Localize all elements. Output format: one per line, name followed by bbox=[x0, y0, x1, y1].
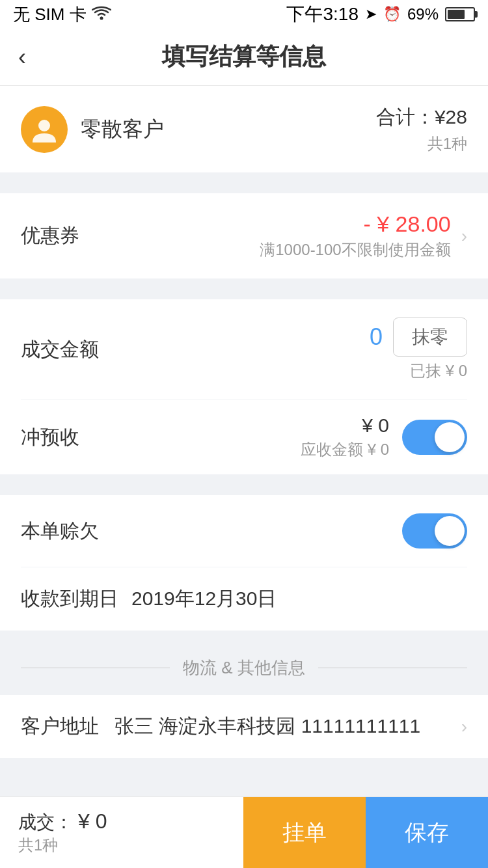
location-icon: ➤ bbox=[365, 6, 377, 23]
coupon-right: - ¥ 28.00 满1000-100不限制使用金额 › bbox=[260, 211, 467, 260]
due-date-value: 2019年12月30日 bbox=[131, 586, 277, 612]
prepay-value-block: ¥ 0 应收金额 ¥ 0 bbox=[301, 414, 389, 460]
address-chevron-icon: › bbox=[461, 716, 467, 737]
transaction-amount-row: 成交金额 0 抹零 已抹 ¥ 0 bbox=[0, 299, 488, 400]
alarm-icon: ⏰ bbox=[383, 6, 401, 23]
address-label: 客户地址 bbox=[21, 713, 99, 740]
logistics-header-text: 物流 & 其他信息 bbox=[183, 657, 305, 679]
status-left: 无 SIM 卡 bbox=[13, 3, 111, 26]
customer-left: 零散客户 bbox=[21, 106, 164, 153]
address-value: 张三 海淀永丰科技园 11111111111 bbox=[115, 713, 454, 740]
logistics-section-header: 物流 & 其他信息 bbox=[0, 641, 488, 695]
svg-point-1 bbox=[38, 120, 50, 131]
divider-2 bbox=[0, 289, 488, 299]
prepay-label: 冲预收 bbox=[21, 424, 79, 451]
svg-point-0 bbox=[100, 16, 103, 20]
bottom-count: 共1种 bbox=[18, 835, 225, 856]
divider-3 bbox=[0, 485, 488, 495]
due-date-row[interactable]: 收款到期日 2019年12月30日 bbox=[0, 567, 488, 631]
coupon-section[interactable]: 优惠券 - ¥ 28.00 满1000-100不限制使用金额 › bbox=[0, 193, 488, 278]
divider-1 bbox=[0, 183, 488, 193]
toggle-knob bbox=[435, 422, 465, 452]
header-line-left bbox=[21, 668, 170, 668]
transaction-value-block: 0 抹零 已抹 ¥ 0 bbox=[344, 318, 467, 381]
due-date-label: 收款到期日 bbox=[21, 586, 118, 612]
prepay-right: ¥ 0 应收金额 ¥ 0 bbox=[301, 414, 467, 460]
coupon-amount: - ¥ 28.00 bbox=[260, 211, 450, 237]
total-count-text: 共1种 bbox=[376, 133, 467, 154]
avatar bbox=[21, 106, 68, 153]
transaction-amount-label: 成交金额 bbox=[21, 336, 99, 363]
page-title: 填写结算等信息 bbox=[162, 41, 326, 73]
battery-percent: 69% bbox=[407, 5, 439, 23]
bottom-total-value: ¥ 0 bbox=[78, 809, 107, 834]
debt-row: 本单赊欠 bbox=[0, 495, 488, 567]
status-bar: 无 SIM 卡 下午3:18 ➤ ⏰ 69% bbox=[0, 0, 488, 29]
bottom-info: 成交： ¥ 0 共1种 bbox=[0, 797, 243, 868]
coupon-label: 优惠券 bbox=[21, 223, 79, 249]
customer-name: 零散客户 bbox=[81, 115, 164, 144]
status-right: 下午3:18 ➤ ⏰ 69% bbox=[286, 2, 475, 27]
bottom-bar: 成交： ¥ 0 共1种 挂单 保存 bbox=[0, 796, 488, 868]
battery-icon bbox=[445, 7, 475, 21]
total-amount-text: 合计：¥28 bbox=[376, 104, 467, 131]
debt-label: 本单赊欠 bbox=[21, 518, 99, 545]
hang-button-label: 挂单 bbox=[282, 818, 327, 848]
transaction-section: 成交金额 0 抹零 已抹 ¥ 0 冲预收 ¥ 0 应收金额 ¥ 0 bbox=[0, 299, 488, 474]
coupon-row[interactable]: 优惠券 - ¥ 28.00 满1000-100不限制使用金额 › bbox=[0, 193, 488, 278]
save-button-label: 保存 bbox=[405, 818, 449, 848]
transaction-amount-sub: 已抹 ¥ 0 bbox=[344, 360, 467, 381]
prepay-toggle[interactable] bbox=[402, 420, 467, 455]
bottom-total-label: 成交： bbox=[18, 810, 73, 835]
coupon-desc: 满1000-100不限制使用金额 bbox=[260, 239, 450, 260]
back-button[interactable]: ‹ bbox=[18, 44, 26, 71]
transaction-amount-right: 0 抹零 已抹 ¥ 0 bbox=[344, 318, 467, 381]
customer-section: 零散客户 合计：¥28 共1种 bbox=[0, 86, 488, 172]
time-text: 下午3:18 bbox=[286, 2, 359, 27]
wifi-icon bbox=[92, 5, 111, 25]
debt-toggle[interactable] bbox=[402, 513, 467, 549]
save-button[interactable]: 保存 bbox=[366, 797, 488, 868]
coupon-value-block: - ¥ 28.00 满1000-100不限制使用金额 bbox=[260, 211, 450, 260]
customer-row: 零散客户 合计：¥28 共1种 bbox=[0, 86, 488, 172]
customer-total: 合计：¥28 共1种 bbox=[376, 104, 467, 154]
transaction-amount-value[interactable]: 0 bbox=[344, 323, 383, 351]
prepay-row: 冲预收 ¥ 0 应收金额 ¥ 0 bbox=[0, 400, 488, 474]
prepay-amount-value: ¥ 0 bbox=[301, 414, 389, 437]
round-zero-button[interactable]: 抹零 bbox=[393, 318, 467, 357]
header-line-right bbox=[318, 668, 467, 668]
address-section[interactable]: 客户地址 张三 海淀永丰科技园 11111111111 › bbox=[0, 695, 488, 758]
address-row[interactable]: 客户地址 张三 海淀永丰科技园 11111111111 › bbox=[0, 695, 488, 758]
debt-section: 本单赊欠 收款到期日 2019年12月30日 bbox=[0, 495, 488, 631]
carrier-text: 无 SIM 卡 bbox=[13, 3, 87, 26]
prepay-sub-text: 应收金额 ¥ 0 bbox=[301, 439, 389, 460]
debt-toggle-knob bbox=[435, 516, 465, 546]
content-area: 零散客户 合计：¥28 共1种 优惠券 - ¥ 28.00 满1000-100不… bbox=[0, 86, 488, 847]
coupon-chevron-icon: › bbox=[461, 226, 467, 247]
hang-button[interactable]: 挂单 bbox=[243, 797, 366, 868]
nav-bar: ‹ 填写结算等信息 bbox=[0, 29, 488, 86]
